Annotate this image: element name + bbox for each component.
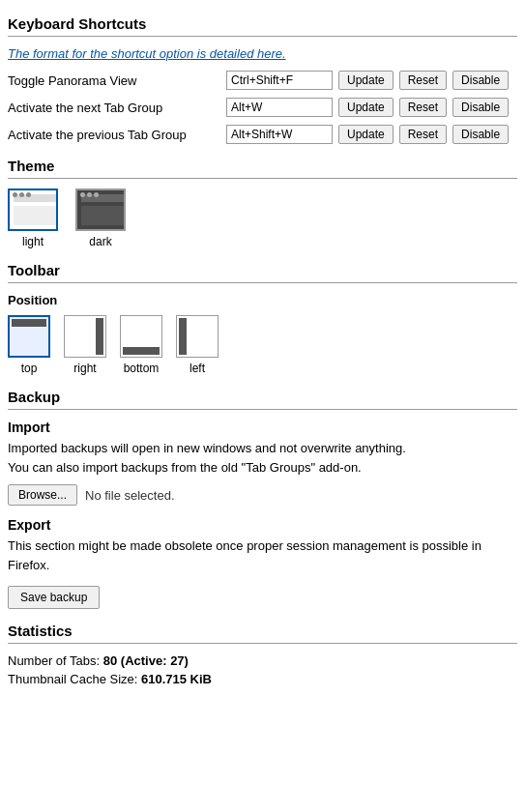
shortcut-disable-2[interactable]: Disable bbox=[452, 98, 509, 117]
dot-d1 bbox=[80, 192, 85, 197]
theme-container: light dark bbox=[8, 188, 517, 248]
shortcut-update-1[interactable]: Update bbox=[338, 71, 394, 90]
shortcut-label-3: Activate the previous Tab Group bbox=[8, 128, 220, 142]
import-desc-line1: Imported backups will open in new window… bbox=[8, 441, 406, 455]
tabs-label: Number of Tabs: bbox=[8, 653, 103, 668]
browse-button[interactable]: Browse... bbox=[8, 484, 77, 506]
theme-preview-dark[interactable] bbox=[75, 188, 126, 231]
position-label-right: right bbox=[73, 362, 96, 375]
position-preview-top[interactable] bbox=[8, 315, 50, 358]
statistics-title: Statistics bbox=[8, 623, 517, 639]
position-label: Position bbox=[8, 293, 517, 307]
shortcut-update-2[interactable]: Update bbox=[338, 98, 394, 117]
theme-title: Theme bbox=[8, 158, 517, 174]
position-label-bottom: bottom bbox=[124, 362, 160, 375]
shortcut-update-3[interactable]: Update bbox=[338, 125, 394, 144]
dot-d2 bbox=[87, 192, 92, 197]
position-label-top: top bbox=[21, 362, 38, 375]
shortcut-disable-1[interactable]: Disable bbox=[452, 71, 509, 90]
shortcut-label-1: Toggle Panorama View bbox=[8, 73, 220, 88]
import-desc: Imported backups will open in new window… bbox=[8, 439, 517, 477]
theme-label-light: light bbox=[22, 235, 44, 248]
no-file-text: No file selected. bbox=[85, 488, 175, 503]
tabs-row: Number of Tabs: 80 (Active: 27) bbox=[8, 653, 517, 668]
dot-2 bbox=[19, 192, 24, 197]
shortcut-reset-2[interactable]: Reset bbox=[399, 98, 447, 117]
dot-d3 bbox=[94, 192, 99, 197]
theme-item-light[interactable]: light bbox=[8, 188, 58, 248]
position-preview-left[interactable] bbox=[176, 315, 219, 358]
cache-row: Thumbnail Cache Size: 610.715 KiB bbox=[8, 672, 517, 686]
shortcut-input-1[interactable] bbox=[226, 71, 333, 90]
shortcut-row-3: Activate the previous Tab Group Update R… bbox=[8, 125, 517, 144]
toolbar-title: Toolbar bbox=[8, 262, 517, 278]
import-label: Import bbox=[8, 420, 517, 435]
position-preview-bottom[interactable] bbox=[120, 315, 162, 358]
shortcut-input-2[interactable] bbox=[226, 98, 333, 117]
theme-label-dark: dark bbox=[89, 235, 111, 248]
cache-value: 610.715 KiB bbox=[141, 672, 212, 686]
dots-dark bbox=[80, 192, 99, 197]
export-desc: This section might be made obsolete once… bbox=[8, 536, 517, 574]
cache-label: Thumbnail Cache Size: bbox=[8, 672, 141, 686]
tabs-value: 80 (Active: 27) bbox=[103, 653, 189, 668]
theme-preview-light[interactable] bbox=[8, 188, 58, 231]
shortcut-row-1: Toggle Panorama View Update Reset Disabl… bbox=[8, 71, 517, 90]
shortcut-reset-1[interactable]: Reset bbox=[399, 71, 447, 90]
dots-light bbox=[13, 192, 31, 197]
dot-1 bbox=[13, 192, 17, 197]
position-item-bottom[interactable]: bottom bbox=[120, 315, 162, 375]
keyboard-shortcuts-title: Keyboard Shortcuts bbox=[8, 15, 517, 32]
export-label: Export bbox=[8, 517, 517, 533]
browse-row: Browse... No file selected. bbox=[8, 484, 517, 506]
position-container: top right bottom left bbox=[8, 315, 517, 375]
import-desc-line2: You can also import backups from the old… bbox=[8, 460, 362, 475]
save-backup-button[interactable]: Save backup bbox=[8, 586, 100, 609]
dot-3 bbox=[26, 192, 31, 197]
shortcut-reset-3[interactable]: Reset bbox=[399, 125, 447, 144]
shortcut-label-2: Activate the next Tab Group bbox=[8, 101, 220, 115]
format-link[interactable]: The format for the shortcut option is de… bbox=[8, 46, 517, 61]
backup-title: Backup bbox=[8, 389, 517, 405]
position-item-right[interactable]: right bbox=[64, 315, 106, 375]
shortcut-input-3[interactable] bbox=[226, 125, 333, 144]
position-label-left: left bbox=[190, 362, 205, 375]
shortcut-disable-3[interactable]: Disable bbox=[452, 125, 509, 144]
theme-item-dark[interactable]: dark bbox=[75, 188, 126, 248]
position-preview-right[interactable] bbox=[64, 315, 106, 358]
position-item-top[interactable]: top bbox=[8, 315, 50, 375]
position-item-left[interactable]: left bbox=[176, 315, 219, 375]
shortcut-row-2: Activate the next Tab Group Update Reset… bbox=[8, 98, 517, 117]
